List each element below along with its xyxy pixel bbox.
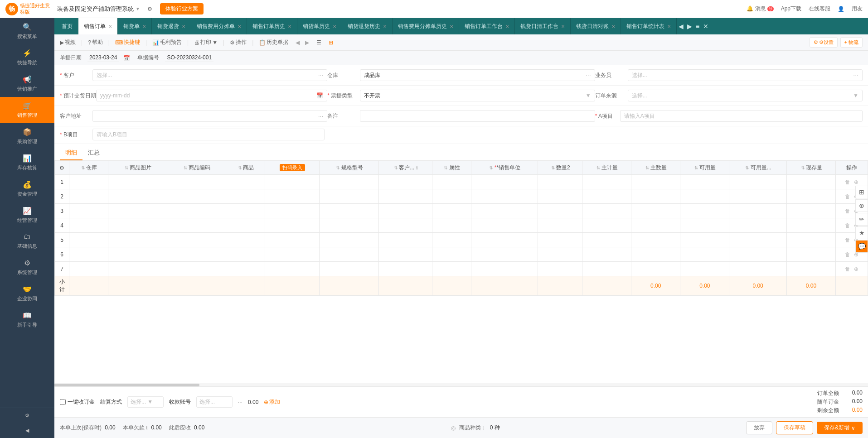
tab-sales-order[interactable]: 销售订单 ✕ (78, 18, 118, 34)
delivery-date-input[interactable]: yyyy-mm-dd 📅 (96, 90, 327, 101)
one-click-checkbox[interactable] (60, 399, 66, 405)
a-project-input[interactable]: 请输入A项目 (620, 110, 863, 122)
float-btn-2[interactable]: ⊕ (855, 199, 868, 212)
tab-summary[interactable]: 汇总 (82, 146, 105, 160)
tab-sales-return[interactable]: 销货退货 ✕ (152, 18, 191, 34)
th-available[interactable]: ⇅ 可用量 (680, 161, 729, 175)
tab-prev-btn[interactable]: ◀ (677, 23, 685, 30)
help-btn[interactable]: ? 帮助 (88, 39, 103, 46)
row-spec[interactable] (320, 175, 378, 189)
th-qty2[interactable]: ⇅ 数量2 (538, 161, 582, 175)
delete-icon[interactable]: 🗑 (845, 222, 850, 229)
row-sales-unit[interactable] (471, 175, 538, 189)
delete-icon[interactable]: 🗑 (845, 193, 850, 200)
tab-close-icon[interactable]: ✕ (505, 24, 509, 29)
row-available[interactable] (680, 175, 729, 189)
th-current-stock[interactable]: ⇅ 现存量 (786, 161, 835, 175)
row-current-stock[interactable] (786, 175, 835, 189)
tab-close-icon[interactable]: ✕ (611, 24, 615, 29)
save-new-dropdown-icon[interactable]: ∨ (851, 425, 855, 431)
float-btn-4[interactable]: ★ (855, 226, 868, 239)
delete-icon[interactable]: 🗑 (845, 208, 850, 214)
tab-close-icon[interactable]: ✕ (450, 24, 453, 29)
float-btn-1[interactable]: ⊞ (855, 186, 868, 198)
notification-area[interactable]: 🔔 消息 9 (747, 5, 773, 13)
discard-btn[interactable]: 放弃 (746, 421, 772, 434)
row-qty2[interactable] (538, 175, 582, 189)
nav-next-btn[interactable]: ▶ (305, 39, 309, 46)
b-project-input[interactable]: 请输入B项目 (92, 129, 325, 140)
th-main-unit[interactable]: ⇅ 主计量 (582, 161, 631, 175)
sidebar-item-sales[interactable]: 🛒 销售管理 (0, 97, 54, 123)
grid-view-btn[interactable]: ⊞ (329, 39, 333, 46)
sidebar-item-guide[interactable]: 📖 新手引导 (0, 307, 54, 333)
scan-btn[interactable]: 扫码录入 (280, 164, 305, 171)
nav-prev-btn[interactable]: ◀ (296, 39, 300, 46)
tab-close-icon[interactable]: ✕ (561, 24, 565, 29)
delete-icon[interactable]: 🗑 (845, 179, 850, 185)
tab-sales-expense-history[interactable]: 销售费用分摊单历史 ✕ (393, 18, 459, 34)
float-btn-3[interactable]: ✏ (855, 213, 868, 226)
row-scan[interactable] (265, 175, 320, 189)
order-source-input[interactable]: 选择... ▼ (628, 90, 863, 101)
tab-close-icon[interactable]: ✕ (288, 24, 291, 29)
tab-close-icon[interactable]: ✕ (142, 24, 146, 29)
tab-close-icon[interactable]: ✕ (238, 24, 241, 29)
settlement-select[interactable]: 选择... ▼ (127, 396, 164, 408)
tab-daily-workbench[interactable]: 钱货日清工作台 ✕ (515, 18, 571, 34)
profit-btn[interactable]: 📊 毛利预告 (152, 39, 182, 46)
draft-btn[interactable]: 保存草稿 (776, 421, 813, 434)
warehouse-input[interactable]: 成品库 ··· (360, 69, 595, 81)
tab-sales-invoice[interactable]: 销货单 ✕ (118, 18, 152, 34)
table-scrollbar[interactable] (54, 383, 868, 386)
tab-daily-reconcile[interactable]: 钱货日清对账 ✕ (571, 18, 621, 34)
sidebar-item-search[interactable]: 🔍 搜索菜单 (0, 18, 54, 44)
online-service-link[interactable]: 在线客服 (809, 5, 830, 13)
tab-close-icon[interactable]: ✕ (333, 24, 336, 29)
th-main-qty[interactable]: ⇅ 主数量 (631, 161, 680, 175)
customer-input[interactable]: 选择... ··· (92, 69, 327, 81)
delete-icon[interactable]: 🗑 (845, 251, 850, 258)
tab-sales-workbench[interactable]: 销售订单工作台 ✕ (459, 18, 515, 34)
date-value[interactable]: 2023-03-24 (87, 53, 119, 62)
save-new-btn[interactable]: 保存&新增 ∨ (817, 422, 863, 434)
th-settings[interactable]: ⚙ (55, 161, 69, 175)
sidebar-item-system[interactable]: ⚙ 系统管理 (0, 254, 54, 280)
shortcut-btn[interactable]: ⌨ 快捷键 (115, 39, 140, 46)
sidebar-item-basic-info[interactable]: 🗂 基础信息 (0, 228, 54, 254)
view-video-btn[interactable]: ▶ 视频 (60, 39, 76, 46)
industry-btn[interactable]: 体验行业方案 (160, 3, 204, 14)
row-available2[interactable] (729, 175, 787, 189)
row-main-unit[interactable] (582, 175, 631, 189)
tab-sales-expense[interactable]: 销售费用分摊单 ✕ (191, 18, 247, 34)
th-product-code[interactable]: ⇅ 商品编码 (167, 161, 226, 175)
sidebar-item-inventory[interactable]: 📊 库存核算 (0, 149, 54, 176)
th-attributes[interactable]: ⇅ 属性 (432, 161, 471, 175)
row-product-img[interactable] (108, 175, 167, 189)
th-scan[interactable]: 扫码录入 (265, 161, 320, 175)
copy-icon[interactable]: ⊕ (854, 266, 858, 272)
tab-menu-btn[interactable]: ≡ (694, 23, 701, 30)
copy-icon[interactable]: ⊕ (854, 179, 858, 185)
th-product[interactable]: ⇅ 商品 (226, 161, 265, 175)
tab-home[interactable]: 首页 (56, 18, 78, 34)
account-select[interactable]: 选择... (196, 396, 233, 408)
th-spec[interactable]: ⇅ 规格型号 (320, 161, 378, 175)
th-customer-code[interactable]: ⇅ 客户... ℹ (378, 161, 432, 175)
address-input[interactable]: ··· (92, 110, 327, 122)
tab-close-icon[interactable]: ✕ (182, 24, 185, 29)
tab-close-all-btn[interactable]: ✕ (701, 23, 710, 30)
operate-btn[interactable]: ⚙ 操作 (230, 39, 247, 46)
delete-icon[interactable]: 🗑 (845, 266, 850, 272)
sidebar-item-operations[interactable]: 📈 经营管理 (0, 202, 54, 228)
sidebar-item-marketing[interactable]: 📢 营销推广 (0, 71, 54, 97)
invoice-type-select[interactable]: 不开票 ▼ (360, 90, 595, 101)
th-warehouse[interactable]: ⇅ 仓库 (69, 161, 108, 175)
tab-close-icon[interactable]: ✕ (667, 24, 671, 29)
tab-close-icon[interactable]: ✕ (108, 24, 112, 29)
sidebar-item-enterprise[interactable]: 🤝 企业协同 (0, 280, 54, 307)
settings-icon[interactable]: ⚙ (144, 3, 156, 15)
tab-sales-invoice-history[interactable]: 销货单历史 ✕ (297, 18, 342, 34)
row-warehouse[interactable] (69, 175, 108, 189)
sidebar-item-quick-nav[interactable]: ⚡ 快捷导航 (0, 44, 54, 71)
